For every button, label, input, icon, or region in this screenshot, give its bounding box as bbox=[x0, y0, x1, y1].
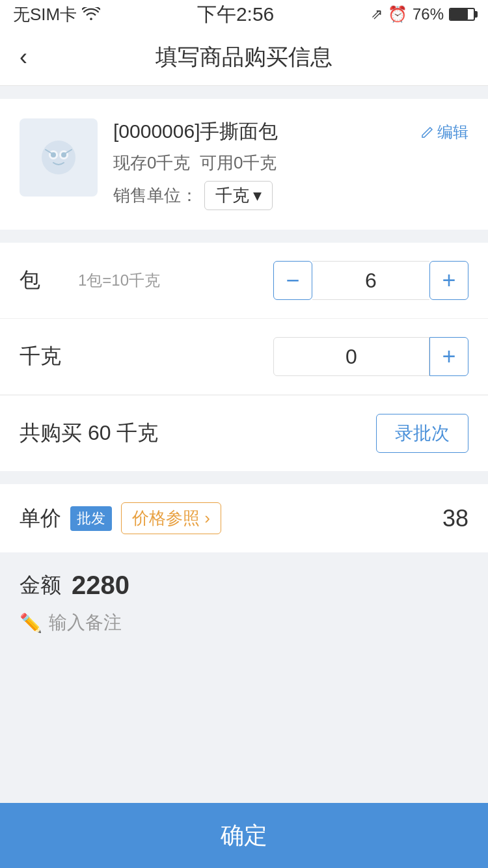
package-label: 包 bbox=[20, 266, 72, 295]
amount-label: 金额 bbox=[20, 571, 61, 600]
batch-button[interactable]: 录批次 bbox=[376, 414, 468, 453]
product-thumbnail bbox=[20, 118, 98, 197]
package-sublabel: 1包=10千克 bbox=[78, 270, 273, 291]
carrier-text: 无SIM卡 bbox=[13, 3, 77, 26]
status-left: 无SIM卡 bbox=[13, 3, 100, 26]
confirm-bar[interactable]: 确定 bbox=[0, 803, 488, 868]
battery-icon bbox=[449, 8, 475, 21]
package-quantity-input[interactable] bbox=[312, 261, 429, 300]
wifi-icon bbox=[82, 5, 100, 25]
price-label: 单价 bbox=[20, 504, 61, 533]
edit-button[interactable]: 编辑 bbox=[420, 122, 468, 142]
kilogram-increment-button[interactable]: + bbox=[429, 337, 468, 376]
summary-row: 共购买 60 千克 录批次 bbox=[0, 395, 488, 471]
kilogram-quantity-input[interactable] bbox=[273, 337, 429, 376]
alarm-icon: ⏰ bbox=[388, 5, 407, 23]
confirm-button[interactable]: 确定 bbox=[221, 820, 267, 852]
package-quantity-control: − + bbox=[273, 261, 468, 300]
kilogram-label: 千克 bbox=[20, 342, 72, 371]
kilogram-quantity-control: + bbox=[273, 337, 468, 376]
amount-value: 2280 bbox=[72, 571, 129, 600]
amount-row: 金额 2280 bbox=[20, 571, 468, 600]
note-placeholder: 输入备注 bbox=[49, 610, 122, 635]
back-button[interactable]: ‹ bbox=[20, 44, 27, 71]
pencil-icon: ✏️ bbox=[20, 612, 42, 634]
location-icon: ⇗ bbox=[371, 6, 383, 23]
status-bar: 无SIM卡 下午2:56 ⇗ ⏰ 76% bbox=[0, 0, 488, 29]
page-title: 填写商品购买信息 bbox=[156, 42, 332, 72]
kilogram-row: 千克 + bbox=[0, 319, 488, 395]
price-label-group: 单价 批发 价格参照 › bbox=[20, 502, 221, 534]
chevron-down-icon: ▾ bbox=[253, 185, 262, 206]
price-row: 单价 批发 价格参照 › 38 bbox=[20, 502, 468, 534]
price-section: 单价 批发 价格参照 › 38 bbox=[0, 484, 488, 552]
price-ref-button[interactable]: 价格参照 › bbox=[121, 502, 221, 534]
amount-section: 金额 2280 ✏️ 输入备注 bbox=[0, 552, 488, 648]
unit-select[interactable]: 千克 ▾ bbox=[204, 181, 273, 210]
status-right: ⇗ ⏰ 76% bbox=[371, 5, 475, 23]
status-time: 下午2:56 bbox=[197, 1, 274, 28]
svg-point-0 bbox=[42, 141, 75, 174]
product-name: [0000006]手撕面包 bbox=[113, 118, 278, 145]
price-tag: 批发 bbox=[70, 506, 112, 531]
nav-bar: ‹ 填写商品购买信息 bbox=[0, 29, 488, 86]
product-info: [0000006]手撕面包 编辑 现存0千克 可用0千克 销售单位： 千克 ▾ bbox=[113, 118, 468, 210]
product-unit-row: 销售单位： 千克 ▾ bbox=[113, 181, 468, 210]
price-value: 38 bbox=[442, 505, 468, 532]
product-stock: 现存0千克 可用0千克 bbox=[113, 152, 468, 174]
package-row: 包 1包=10千克 − + bbox=[0, 243, 488, 319]
note-row[interactable]: ✏️ 输入备注 bbox=[20, 610, 468, 635]
product-card: [0000006]手撕面包 编辑 现存0千克 可用0千克 销售单位： 千克 ▾ bbox=[0, 99, 488, 230]
summary-text: 共购买 60 千克 bbox=[20, 419, 158, 448]
battery-text: 76% bbox=[413, 5, 444, 23]
input-section: 包 1包=10千克 − + 千克 + 共购买 60 千克 录批次 bbox=[0, 243, 488, 471]
package-increment-button[interactable]: + bbox=[429, 261, 468, 300]
package-decrement-button[interactable]: − bbox=[273, 261, 312, 300]
